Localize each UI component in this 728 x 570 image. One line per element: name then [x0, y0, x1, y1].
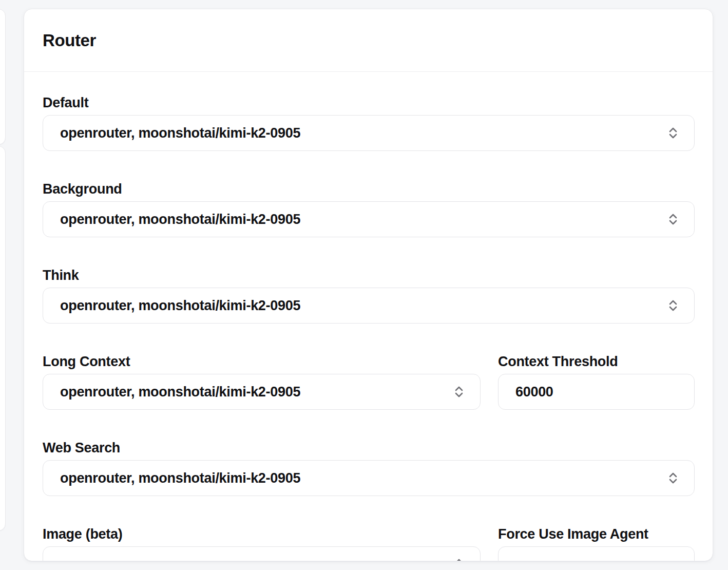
default-model-value: openrouter, moonshotai/kimi-k2-0905	[60, 125, 300, 141]
field-group-default: Default openrouter, moonshotai/kimi-k2-0…	[43, 96, 695, 151]
long-context-label: Long Context	[43, 354, 481, 369]
field-group-web-search: Web Search openrouter, moonshotai/kimi-k…	[43, 441, 695, 496]
web-search-label: Web Search	[43, 441, 695, 455]
chevron-up-down-icon	[454, 558, 464, 561]
image-beta-label: Image (beta)	[43, 527, 481, 541]
force-use-image-agent-label: Force Use Image Agent	[498, 527, 695, 541]
think-model-value: openrouter, moonshotai/kimi-k2-0905	[60, 298, 300, 314]
background-model-select[interactable]: openrouter, moonshotai/kimi-k2-0905	[43, 201, 695, 237]
card-header: Router	[24, 9, 713, 72]
page-title: Router	[43, 31, 96, 50]
web-search-model-value: openrouter, moonshotai/kimi-k2-0905	[60, 470, 300, 486]
image-model-select[interactable]	[43, 546, 481, 561]
long-context-model-select[interactable]: openrouter, moonshotai/kimi-k2-0905	[43, 374, 481, 410]
context-threshold-label: Context Threshold	[498, 354, 695, 369]
field-group-think: Think openrouter, moonshotai/kimi-k2-090…	[43, 268, 695, 324]
chevron-up-down-icon	[668, 213, 678, 225]
think-label: Think	[43, 268, 695, 282]
chevron-up-down-icon	[454, 386, 464, 398]
field-group-force-use-image-agent: Force Use Image Agent	[498, 527, 695, 561]
field-group-context-threshold: Context Threshold	[498, 354, 695, 410]
default-model-select[interactable]: openrouter, moonshotai/kimi-k2-0905	[43, 115, 695, 151]
field-row-long-context: Long Context openrouter, moonshotai/kimi…	[43, 354, 695, 410]
field-group-long-context: Long Context openrouter, moonshotai/kimi…	[43, 354, 481, 410]
settings-page: { "header": { "title": "Router" }, "fiel…	[0, 0, 728, 570]
think-model-select[interactable]: openrouter, moonshotai/kimi-k2-0905	[43, 288, 695, 324]
field-group-background: Background openrouter, moonshotai/kimi-k…	[43, 182, 695, 237]
chevron-up-down-icon	[668, 299, 678, 312]
chevron-up-down-icon	[668, 472, 678, 484]
card-body: Default openrouter, moonshotai/kimi-k2-0…	[24, 72, 713, 561]
long-context-model-value: openrouter, moonshotai/kimi-k2-0905	[60, 384, 300, 400]
field-row-image: Image (beta) Force Use Image Agent	[43, 527, 695, 561]
adjacent-card-partial-bottom	[0, 146, 6, 531]
default-label: Default	[43, 96, 695, 110]
router-settings-card: Router Default openrouter, moonshotai/ki…	[24, 9, 713, 561]
field-group-image: Image (beta)	[43, 527, 481, 561]
adjacent-card-partial-top	[0, 9, 6, 145]
chevron-up-down-icon	[668, 127, 678, 139]
background-model-value: openrouter, moonshotai/kimi-k2-0905	[60, 212, 300, 227]
web-search-model-select[interactable]: openrouter, moonshotai/kimi-k2-0905	[43, 460, 695, 496]
background-label: Background	[43, 182, 695, 196]
context-threshold-input[interactable]	[498, 374, 695, 410]
force-use-image-agent-input[interactable]	[498, 546, 695, 561]
